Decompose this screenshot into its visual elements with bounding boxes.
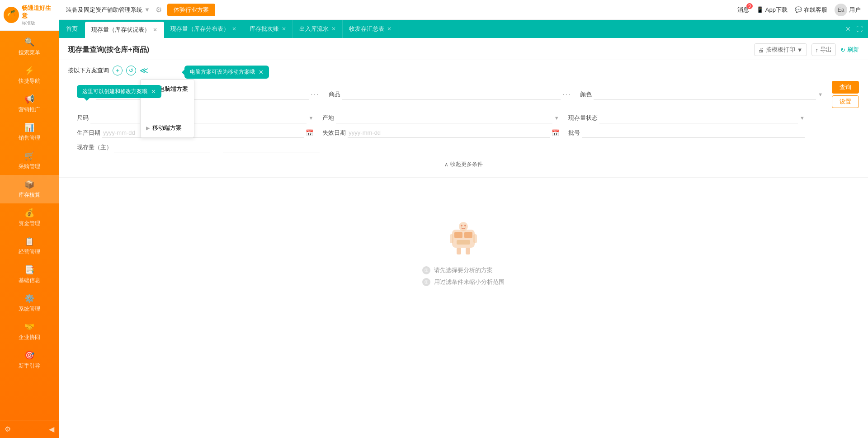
sidebar-item-marketing[interactable]: 📢 营销推广 [0, 89, 59, 118]
tab-close-batch-ledger[interactable]: ✕ [282, 26, 286, 32]
inventory-status-dropdown-arrow[interactable]: ▼ [800, 115, 805, 121]
header-right: 消息 9 📱 App下载 💬 在线客服 Ea 用户 [737, 4, 861, 16]
marketing-nav-icon: 📢 [24, 94, 34, 104]
sidebar-item-basic[interactable]: 📑 基础信息 [0, 260, 59, 289]
tab-home[interactable]: 首页 [59, 25, 85, 33]
refresh-icon: ↻ [840, 47, 845, 53]
mfg-date-calendar-icon[interactable]: 📅 [306, 129, 313, 137]
tooltip-scheme-close[interactable]: ✕ [259, 69, 264, 75]
tab-batch-ledger[interactable]: 库存批次账 ✕ [243, 20, 293, 38]
empty-step1: ① 请先选择要分析的方案 [422, 266, 505, 274]
system-nav-icon: ⚙️ [24, 293, 34, 303]
avatar: Ea [835, 4, 847, 16]
sidebar-item-system[interactable]: ⚙️ 系统管理 [0, 289, 59, 317]
search-btn[interactable]: 查询 [832, 81, 859, 94]
filter-add-btn[interactable]: + [113, 66, 123, 75]
tab-close-inout-flow[interactable]: ✕ [331, 26, 336, 32]
sidebar-item-search[interactable]: 🔍 搜索菜单 [0, 33, 59, 61]
color-value [594, 89, 816, 100]
sidebar-item-inventory[interactable]: 📦 库存核算 [0, 175, 59, 203]
user-area[interactable]: Ea 用户 [835, 4, 861, 16]
color-dropdown-arrow[interactable]: ▼ [818, 92, 823, 97]
exp-date-calendar-icon[interactable]: 📅 [552, 129, 559, 137]
sidebar-item-label-finance: 资金管理 [19, 220, 40, 227]
tab-close-receive-summary[interactable]: ✕ [387, 26, 392, 32]
tab-inventory-dist[interactable]: 现存量（库存分布表） ✕ [164, 20, 243, 38]
tab-close-inventory-dist[interactable]: ✕ [232, 26, 236, 32]
online-service-btn[interactable]: 💬 在线客服 [795, 6, 827, 14]
sidebar-item-guide[interactable]: 🎯 新手引导 [0, 346, 59, 374]
tab-inout-flow[interactable]: 出入库流水 ✕ [293, 20, 343, 38]
origin-label: 产地 [322, 114, 334, 122]
sidebar-item-sales[interactable]: 📊 销售管理 [0, 118, 59, 146]
size-label: 尺码 [77, 114, 89, 122]
enterprise-nav-icon: 🤝 [24, 322, 34, 332]
refresh-btn[interactable]: ↻ 刷新 [840, 46, 859, 54]
step2-text: 用过滤条件来缩小分析范围 [434, 278, 505, 286]
exp-date-field: 失效日期 📅 [313, 128, 559, 138]
sidebar-collapse-icon[interactable]: ◀ [49, 425, 54, 433]
trial-btn[interactable]: 体验行业方案 [167, 4, 215, 16]
sidebar-item-label-inventory: 库存核算 [19, 191, 40, 199]
goods-field: 商品 ··· [320, 89, 571, 100]
sidebar-item-enterprise[interactable]: 🤝 企业协同 [0, 317, 59, 346]
inventory-main-from[interactable] [114, 142, 210, 152]
notification-btn[interactable]: 消息 9 [737, 6, 749, 14]
tooltip-scheme-text: 电脑方案可设为移动方案哦 [190, 68, 255, 76]
print-btn[interactable]: 🖨 按模板打印 ▼ [754, 43, 807, 56]
size-dropdown-arrow[interactable]: ▼ [308, 115, 313, 121]
tab-close-inventory-status[interactable]: ✕ [153, 27, 157, 33]
tooltip-create-close[interactable]: ✕ [151, 88, 156, 95]
exp-date-input[interactable] [348, 128, 549, 138]
basic-nav-icon: 📑 [24, 265, 34, 275]
sidebar-settings-icon[interactable]: ⚙ [5, 425, 11, 433]
reset-btn[interactable]: 设置 [832, 95, 859, 108]
warehouse-dots[interactable]: ··· [311, 90, 319, 99]
inventory-main-field: 现存量（主） — [68, 142, 320, 152]
tab-inventory-status[interactable]: 现存量（库存状况表） ✕ [85, 22, 164, 38]
sidebar-item-label-sales: 销售管理 [19, 134, 40, 142]
inventory-status-label: 现存量状态 [568, 114, 598, 122]
filter-row-4: 现存量（主） — [68, 142, 859, 152]
svg-rect-7 [466, 248, 470, 254]
brand-name: 畅通道好生意 [22, 5, 55, 20]
tooltip-create-scheme: 这里可以创建和修改方案哦 ✕ [77, 85, 161, 98]
origin-dropdown-arrow[interactable]: ▼ [554, 115, 559, 121]
print-icon: 🖨 [758, 47, 764, 53]
scheme-arrow-mobile: ▶ [146, 125, 150, 131]
batch-field: 批号 [559, 128, 805, 138]
tab-expand-btn[interactable]: ⛶ [854, 24, 864, 34]
svg-rect-5 [473, 234, 477, 243]
empty-text: ① 请先选择要分析的方案 ② 用过滤条件来缩小分析范围 [422, 266, 505, 286]
sidebar-nav: 🔍 搜索菜单 ⚡ 快捷导航 📢 营销推广 📊 销售管理 🛒 采购管理 📦 库存核… [0, 31, 59, 420]
online-service-label: 在线客服 [804, 6, 827, 14]
goods-label: 商品 [329, 90, 340, 99]
header-settings-icon[interactable]: ⚙ [156, 5, 162, 14]
mfg-date-label: 生产日期 [77, 129, 100, 137]
inventory-status-field: 现存量状态 ▼ [559, 113, 805, 123]
goods-value [342, 89, 561, 100]
svg-point-9 [461, 225, 462, 226]
svg-rect-3 [457, 240, 470, 245]
filter-edit-btn[interactable]: ↺ [126, 66, 136, 75]
tab-close-all-btn[interactable]: ✕ [844, 24, 853, 34]
batch-input[interactable] [582, 128, 805, 138]
sidebar-item-operations[interactable]: 📋 经营管理 [0, 232, 59, 260]
tab-receive-summary[interactable]: 收发存汇总表 ✕ [343, 20, 398, 38]
sidebar-item-purchase[interactable]: 🛒 采购管理 [0, 146, 59, 175]
export-btn[interactable]: ↑ 导出 [811, 43, 836, 56]
goods-dots[interactable]: ··· [562, 90, 571, 99]
page-content: 现存量查询(按仓库+商品) 🖨 按模板打印 ▼ ↑ 导出 ↻ 刷新 [59, 38, 868, 438]
mfg-date-input[interactable] [102, 128, 304, 138]
filter-back-btn[interactable]: ≪ [140, 66, 148, 75]
sidebar-item-label-marketing: 营销推广 [19, 106, 40, 113]
filter-section: 按以下方案查询 + ↺ ≪ 电脑方案可设为移动方案哦 ✕ ▶ 电脑端方案 [59, 60, 868, 178]
tab-home-label: 首页 [66, 25, 78, 32]
app-download-btn[interactable]: 📱 App下载 [756, 6, 788, 14]
inventory-main-to[interactable] [223, 142, 320, 152]
scheme-item-mobile[interactable]: ▶ 移动端方案 [146, 122, 189, 134]
collapse-row[interactable]: ∧ 收起更多条件 [68, 157, 859, 172]
user-label: 用户 [849, 6, 861, 14]
sidebar-item-finance[interactable]: 💰 资金管理 [0, 203, 59, 232]
sidebar-item-quick[interactable]: ⚡ 快捷导航 [0, 61, 59, 89]
